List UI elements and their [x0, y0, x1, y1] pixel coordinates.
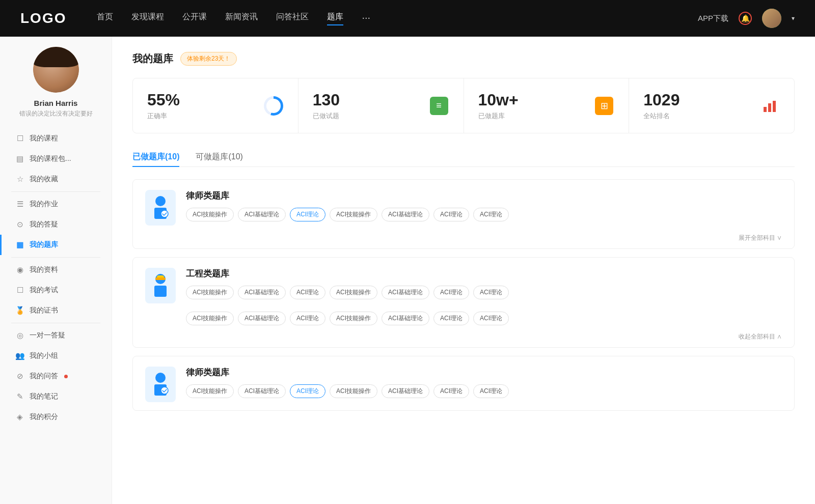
sidebar-item-certificates[interactable]: 🏅 我的证书: [0, 300, 112, 321]
nav-home[interactable]: 首页: [97, 12, 113, 25]
sidebar-item-favorites[interactable]: ☆ 我的收藏: [0, 169, 112, 189]
logo[interactable]: LOGO: [20, 10, 66, 26]
nav-open-course[interactable]: 公开课: [182, 12, 207, 25]
sidebar-item-my-courses[interactable]: ☐ 我的课程: [0, 128, 112, 149]
eng2-tag-0[interactable]: ACI技能操作: [186, 312, 234, 325]
stat-ranking: 1029 全站排名: [629, 78, 794, 133]
eng-tag-2[interactable]: ACI理论: [290, 286, 325, 299]
tabs: 已做题库(10) 可做题库(10): [132, 148, 795, 167]
tag-0[interactable]: ACI技能操作: [186, 208, 234, 221]
eng-tag-5[interactable]: ACI理论: [433, 286, 469, 299]
notes-icon: ✎: [15, 392, 24, 401]
sidebar-item-label: 我的题库: [30, 240, 58, 249]
sidebar-item-label: 我的收藏: [30, 175, 58, 184]
done-questions-icon: ≡: [429, 96, 449, 116]
stat-done-banks-label: 已做题库: [478, 111, 586, 121]
sidebar-item-question-bank[interactable]: ▦ 我的题库: [0, 235, 112, 255]
sidebar-item-label: 我的积分: [30, 412, 58, 422]
eng-tag-3[interactable]: ACI技能操作: [330, 286, 377, 299]
stats-row: 55% 正确率 130 已做试题 ≡ 10w+: [132, 78, 795, 133]
qbank-card-lawyer-2: 律师类题库 ACI技能操作 ACI基础理论 ACI理论 ACI技能操作 ACI基…: [132, 356, 795, 411]
stat-ranking-value: 1029: [643, 91, 751, 109]
eng2-tag-3[interactable]: ACI技能操作: [330, 312, 377, 325]
sidebar-item-label: 我的资料: [30, 265, 58, 274]
qbank-icon: ▦: [15, 240, 24, 249]
sidebar-item-materials[interactable]: ◉ 我的资料: [0, 260, 112, 280]
stat-done-questions-value: 130: [313, 91, 421, 109]
law3-tag-5[interactable]: ACI理论: [433, 384, 469, 398]
materials-icon: ◉: [15, 265, 24, 274]
stat-done-banks: 10w+ 已做题库 ⊞: [464, 78, 630, 133]
sidebar-item-exams[interactable]: ☐ 我的考试: [0, 280, 112, 300]
tag-3[interactable]: ACI技能操作: [330, 208, 377, 221]
svg-point-5: [161, 210, 168, 217]
qbank-tags-3: ACI技能操作 ACI基础理论 ACI理论 ACI技能操作 ACI基础理论 AC…: [186, 384, 782, 398]
eng-tag-4[interactable]: ACI基础理论: [382, 286, 429, 299]
law3-tag-4[interactable]: ACI基础理论: [382, 384, 429, 398]
sidebar-item-tutoring[interactable]: ◎ 一对一答疑: [0, 325, 112, 346]
qbank-tags-1: ACI技能操作 ACI基础理论 ACI理论 ACI技能操作 ACI基础理论 AC…: [186, 208, 782, 221]
expand-button-1[interactable]: 展开全部科目 ∨: [739, 234, 782, 242]
law3-tag-2-selected[interactable]: ACI理论: [290, 384, 325, 398]
sidebar-divider-2: [11, 257, 100, 258]
law3-tag-0[interactable]: ACI技能操作: [186, 384, 234, 398]
sidebar-item-my-qa[interactable]: ⊘ 我的问答: [0, 366, 112, 386]
tab-done-banks[interactable]: 已做题库(10): [132, 148, 179, 166]
accuracy-icon: [263, 96, 284, 116]
eng-tag-1[interactable]: ACI基础理论: [238, 286, 286, 299]
law3-tag-1[interactable]: ACI基础理论: [238, 384, 286, 398]
sidebar-item-label: 我的考试: [30, 286, 58, 295]
svg-rect-7: [154, 286, 167, 297]
sidebar-item-points[interactable]: ◈ 我的积分: [0, 407, 112, 427]
stat-done-questions-info: 130 已做试题: [313, 91, 421, 121]
nav-more[interactable]: ···: [362, 12, 370, 25]
nav-links: 首页 发现课程 公开课 新闻资讯 问答社区 题库 ···: [97, 12, 698, 25]
sidebar-item-course-packages[interactable]: ▤ 我的课程包...: [0, 149, 112, 169]
profile-chevron-icon[interactable]: ▾: [792, 15, 795, 22]
lawyer-icon-2: [145, 367, 176, 402]
bell-icon: 🔔: [739, 12, 752, 25]
sidebar-item-homework[interactable]: ☰ 我的作业: [0, 194, 112, 214]
avatar[interactable]: [762, 9, 781, 28]
sidebar-item-qa[interactable]: ⊙ 我的答疑: [0, 214, 112, 235]
stat-accuracy-info: 55% 正确率: [147, 91, 255, 121]
sidebar-item-groups[interactable]: 👥 我的小组: [0, 346, 112, 366]
sidebar-item-label: 我的答疑: [30, 220, 58, 229]
tag-1[interactable]: ACI基础理论: [238, 208, 286, 221]
app-download-button[interactable]: APP下载: [698, 14, 728, 23]
eng2-tag-5[interactable]: ACI理论: [433, 312, 469, 325]
tab-available-banks[interactable]: 可做题库(10): [196, 148, 242, 166]
tag-5[interactable]: ACI理论: [433, 208, 469, 221]
collapse-button[interactable]: 收起全部科目 ∧: [739, 332, 782, 341]
law3-tag-3[interactable]: ACI技能操作: [330, 384, 377, 398]
sidebar-divider-1: [11, 191, 100, 192]
sidebar-menu: ☐ 我的课程 ▤ 我的课程包... ☆ 我的收藏 ☰ 我的作业 ⊙ 我的答疑 ▦: [0, 128, 112, 427]
eng2-tag-2[interactable]: ACI理论: [290, 312, 325, 325]
page-title: 我的题库: [132, 52, 173, 66]
svg-rect-0: [764, 107, 767, 112]
eng2-tag-1[interactable]: ACI基础理论: [238, 312, 286, 325]
tag-2-selected[interactable]: ACI理论: [290, 208, 325, 221]
tag-6[interactable]: ACI理论: [473, 208, 509, 221]
page-header: 我的题库 体验剩余23天！: [132, 52, 795, 66]
nav-news[interactable]: 新闻资讯: [225, 12, 258, 25]
eng2-tag-6[interactable]: ACI理论: [473, 312, 509, 325]
tag-4[interactable]: ACI基础理论: [382, 208, 429, 221]
eng2-tag-4[interactable]: ACI基础理论: [382, 312, 429, 325]
eng-tag-0[interactable]: ACI技能操作: [186, 286, 234, 299]
notification-bell[interactable]: 🔔: [739, 12, 752, 25]
profile-avatar: [33, 47, 79, 93]
svg-rect-2: [773, 101, 776, 112]
ranking-icon: [759, 96, 780, 116]
nav-discover[interactable]: 发现课程: [131, 12, 164, 25]
sidebar-item-notes[interactable]: ✎ 我的笔记: [0, 386, 112, 407]
tutor-icon: ◎: [15, 331, 24, 340]
svg-rect-1: [768, 103, 771, 112]
nav-qa[interactable]: 问答社区: [276, 12, 309, 25]
nav-qbank[interactable]: 题库: [327, 12, 343, 25]
eng-tag-6[interactable]: ACI理论: [473, 286, 509, 299]
law3-tag-6[interactable]: ACI理论: [473, 384, 509, 398]
sidebar-divider-3: [11, 323, 100, 323]
qbank-tags-2: ACI技能操作 ACI基础理论 ACI理论 ACI技能操作 ACI基础理论 AC…: [186, 286, 782, 299]
stat-accuracy-value: 55%: [147, 91, 255, 109]
